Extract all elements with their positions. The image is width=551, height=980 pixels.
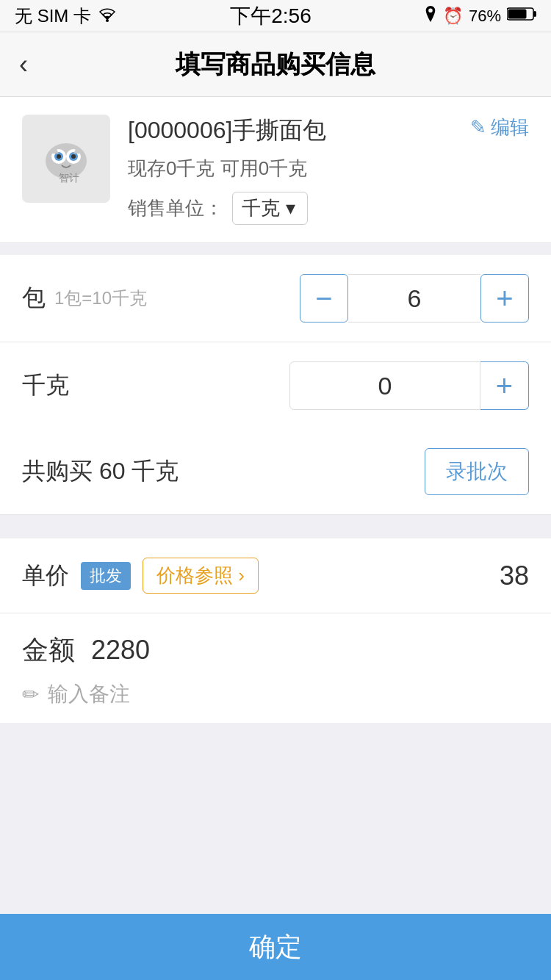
page-title: 填写商品购买信息: [176, 48, 375, 82]
kilogram-label: 千克: [22, 370, 69, 402]
svg-point-0: [106, 19, 109, 22]
product-unit-row: 销售单位： 千克 ▾: [128, 192, 529, 225]
svg-point-10: [71, 154, 76, 159]
confirm-bar[interactable]: 确定: [0, 914, 551, 980]
separator-2: [0, 515, 551, 527]
package-hint: 1包=10千克: [54, 287, 300, 310]
svg-rect-2: [533, 11, 536, 17]
price-label: 单价: [22, 560, 69, 592]
owl-logo: 智计: [37, 133, 96, 184]
nav-bar: ‹ 填写商品购买信息: [0, 32, 551, 97]
edit-label: 编辑: [491, 115, 529, 140]
price-ref-label: 价格参照 ›: [156, 563, 245, 588]
pencil-icon: ✏: [22, 682, 39, 707]
status-time: 下午2:56: [230, 2, 311, 30]
summary-section: 共购买 60 千克 录批次: [0, 429, 551, 515]
batch-button[interactable]: 录批次: [425, 448, 529, 495]
edit-button[interactable]: ✎ 编辑: [470, 115, 529, 140]
svg-point-9: [57, 154, 61, 159]
confirm-button[interactable]: 确定: [249, 929, 302, 965]
battery-icon: [507, 7, 536, 26]
status-bar: 无 SIM 卡 下午2:56 ⏰ 76%: [0, 0, 551, 32]
chevron-down-icon: ▾: [286, 197, 295, 220]
package-increment-button[interactable]: +: [480, 274, 529, 323]
price-reference-button[interactable]: 价格参照 ›: [143, 558, 259, 594]
main-content: 智计 [0000006]手撕面包 现存0千克 可用0千克 销售单位： 千克 ▾ …: [0, 97, 551, 980]
price-type-tag: 批发: [81, 562, 131, 590]
summary-text: 共购买 60 千克: [22, 455, 179, 488]
status-left: 无 SIM 卡: [15, 4, 118, 28]
amount-section: 金额 2280 ✏ 输入备注: [0, 613, 551, 723]
note-placeholder: 输入备注: [48, 680, 130, 708]
product-name: [0000006]手撕面包: [128, 115, 529, 147]
price-value: 38: [500, 561, 529, 591]
price-section: 单价 批发 价格参照 › 38: [0, 538, 551, 613]
kilogram-increment-button[interactable]: +: [480, 361, 529, 410]
note-row[interactable]: ✏ 输入备注: [22, 680, 529, 708]
kilogram-quantity-input[interactable]: [289, 361, 480, 410]
unit-selector[interactable]: 千克 ▾: [232, 192, 308, 225]
package-decrement-button[interactable]: −: [300, 274, 348, 323]
amount-value: 2280: [91, 635, 150, 665]
input-section: 包 1包=10千克 − + 千克 +: [0, 255, 551, 429]
back-button[interactable]: ‹: [19, 49, 28, 80]
battery-text: 76%: [469, 7, 501, 26]
svg-text:智计: 智计: [59, 172, 79, 184]
wifi-icon: [97, 6, 118, 26]
edit-icon: ✎: [470, 116, 486, 139]
sim-status: 无 SIM 卡: [15, 4, 91, 28]
svg-rect-3: [508, 9, 527, 18]
separator-1: [0, 243, 551, 255]
kilogram-quantity-control: +: [289, 361, 529, 410]
amount-label: 金额: [22, 635, 75, 665]
package-row: 包 1包=10千克 − +: [0, 255, 551, 342]
bottom-spacer: [0, 723, 551, 943]
package-quantity-control: − +: [300, 274, 529, 323]
kilogram-row: 千克 +: [0, 342, 551, 429]
location-icon: [424, 6, 437, 26]
unit-label: 销售单位：: [128, 195, 223, 221]
package-quantity-input[interactable]: [348, 274, 480, 323]
alarm-icon: ⏰: [443, 7, 463, 26]
product-stock: 现存0千克 可用0千克: [128, 156, 529, 181]
product-info: [0000006]手撕面包 现存0千克 可用0千克 销售单位： 千克 ▾: [128, 115, 529, 225]
package-label: 包: [22, 282, 46, 314]
product-image: 智计: [22, 115, 110, 203]
unit-value: 千克: [242, 195, 280, 221]
product-section: 智计 [0000006]手撕面包 现存0千克 可用0千克 销售单位： 千克 ▾ …: [0, 97, 551, 243]
amount-row: 金额 2280: [22, 633, 529, 669]
status-right: ⏰ 76%: [424, 6, 536, 26]
